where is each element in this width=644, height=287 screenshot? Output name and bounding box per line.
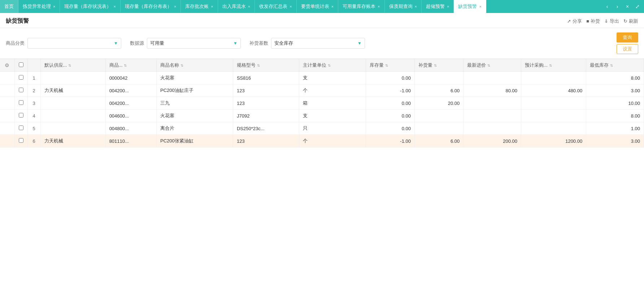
nav-tab-stock2[interactable]: 现存量（库存分布表） × <box>121 0 181 13</box>
close-icon[interactable]: × <box>248 4 250 9</box>
replenish-qty-header[interactable]: 补货量 ⇅ <box>414 59 463 72</box>
row-checkbox[interactable] <box>19 138 23 143</box>
checkbox-cell[interactable] <box>14 110 27 122</box>
sort-icon: ⇅ <box>487 63 490 67</box>
category-label: 商品分类 <box>6 40 25 47</box>
table-row[interactable]: 1 0000042 火花塞 SS816 支 0.00 8.00 <box>0 72 644 84</box>
replenish-qty-cell <box>414 72 463 84</box>
min-stock-cell: 8.00 <box>586 110 644 122</box>
unit-cell: 个 <box>299 84 366 97</box>
spec-cell: J7092 <box>233 110 299 122</box>
product-name-cell: 三九 <box>157 97 233 110</box>
row-number-cell: 3 <box>27 97 40 110</box>
nav-expand-button[interactable]: ⤢ <box>632 1 643 12</box>
table-container: ⚙ 默认供应... ⇅ 商品... <box>0 59 644 147</box>
product-code-cell: 004600... <box>105 110 156 122</box>
nav-tab-shortage[interactable]: 缺货预警 × <box>454 0 486 13</box>
table-header-row: ⚙ 默认供应... ⇅ 商品... <box>0 59 644 72</box>
supplier-cell: 力天机械 <box>40 135 105 147</box>
estimated-purchase-header[interactable]: 预计采购... ⇅ <box>521 59 586 72</box>
chevron-down-icon: ▼ <box>233 41 238 46</box>
nav-next-button[interactable]: › <box>612 1 622 12</box>
filter-bar: 商品分类 ▼ 数据源 可用量 ▼ 补货基数 安全库存 ▼ 查询 设置 <box>0 28 644 59</box>
checkbox-cell[interactable] <box>14 122 27 135</box>
stock-qty-cell: -1.00 <box>366 135 414 147</box>
sort-icon: ⇅ <box>610 63 613 67</box>
row-checkbox[interactable] <box>19 100 23 105</box>
gear-column-header[interactable]: ⚙ <box>0 59 14 72</box>
nav-tab-stock1[interactable]: 现存量（库存状况表） × <box>60 0 120 13</box>
replenish-button[interactable]: ■ 补货 <box>586 18 600 25</box>
nav-tab-expiry[interactable]: 保质期查询 × <box>385 0 422 13</box>
product-code-header[interactable]: 商品... ⇅ <box>105 59 156 72</box>
nav-tab-flow[interactable]: 出入库流水 × <box>218 0 255 13</box>
stock-qty-header[interactable]: 库存量 ⇅ <box>366 59 414 72</box>
replenish-base-select[interactable]: 安全库存 ▼ <box>271 38 365 49</box>
nav-tab-overstock[interactable]: 超储预警 × <box>422 0 454 13</box>
nav-prev-button[interactable]: ‹ <box>602 1 612 12</box>
category-select[interactable]: ▼ <box>27 38 121 49</box>
table-row[interactable]: 3 004200... 三九 123 箱 0.00 20.00 10.00 <box>0 97 644 110</box>
checkbox-cell[interactable] <box>14 135 27 147</box>
settings-button[interactable]: 设置 <box>617 44 638 54</box>
close-icon[interactable]: × <box>331 4 334 9</box>
nav-tab-picking[interactable]: 拣货异常处理 × <box>18 0 60 13</box>
checkbox-cell[interactable] <box>14 84 27 97</box>
row-checkbox[interactable] <box>19 125 23 130</box>
table-row[interactable]: 2 力天机械 004200... PC200油缸庄子 123 个 -1.00 6… <box>0 84 644 97</box>
nav-tab-available[interactable]: 可用量库存账本 × <box>338 0 384 13</box>
supplier-header[interactable]: 默认供应... ⇅ <box>40 59 105 72</box>
product-name-cell: PC200张紧油缸 <box>157 135 233 147</box>
table-row[interactable]: 6 力天机械 801110... PC200张紧油缸 123 个 -1.00 6… <box>0 135 644 147</box>
table-row[interactable]: 5 004800... 离合片 DS250*23c... 只 0.00 1.00 <box>0 122 644 135</box>
checkbox-column-header[interactable] <box>14 59 27 72</box>
refresh-button[interactable]: ↻ 刷新 <box>623 18 638 25</box>
datasource-select[interactable]: 可用量 ▼ <box>147 38 241 49</box>
stock-qty-cell: -1.00 <box>366 84 414 97</box>
refresh-icon: ↻ <box>623 18 627 24</box>
min-stock-header[interactable]: 最低库存 ⇅ <box>586 59 644 72</box>
checkbox-cell[interactable] <box>14 97 27 110</box>
nav-tab-summary[interactable]: 收发存汇总表 × <box>255 0 296 13</box>
checkbox-cell[interactable] <box>14 72 27 84</box>
row-checkbox[interactable] <box>19 88 23 92</box>
replenish-icon: ■ <box>586 18 589 24</box>
share-icon: ➚ <box>567 18 571 24</box>
unit-cell: 只 <box>299 122 366 135</box>
gear-icon[interactable]: ⚙ <box>5 62 9 68</box>
close-icon[interactable]: × <box>447 4 449 9</box>
close-icon[interactable]: × <box>479 4 481 9</box>
gear-cell <box>0 72 14 84</box>
close-icon[interactable]: × <box>415 4 417 9</box>
close-icon[interactable]: × <box>211 4 213 9</box>
close-icon[interactable]: × <box>53 4 55 9</box>
select-all-checkbox[interactable] <box>19 62 23 67</box>
query-button[interactable]: 查询 <box>617 32 638 43</box>
share-button[interactable]: ➚ 分享 <box>567 18 582 25</box>
row-num-header <box>27 59 40 72</box>
row-checkbox[interactable] <box>19 113 23 118</box>
latest-price-header[interactable]: 最新进价 ⇅ <box>464 59 521 72</box>
unit-cell: 箱 <box>299 97 366 110</box>
row-checkbox[interactable] <box>19 75 23 80</box>
nav-tab-home[interactable]: 首页 <box>0 0 18 13</box>
export-button[interactable]: ⇓ 导出 <box>604 18 619 25</box>
close-icon[interactable]: × <box>174 4 176 9</box>
spec-header[interactable]: 规格型号 ⇅ <box>233 59 299 72</box>
sort-icon: ⇅ <box>549 63 552 67</box>
nav-tab-order[interactable]: 要货单统计表 × <box>297 0 338 13</box>
product-name-header[interactable]: 商品名称 ⇅ <box>157 59 233 72</box>
estimated-purchase-cell <box>521 122 586 135</box>
close-icon[interactable]: × <box>290 4 292 9</box>
export-icon: ⇓ <box>604 18 608 24</box>
unit-header[interactable]: 主计量单位 ⇅ <box>299 59 366 72</box>
table-row[interactable]: 4 004600... 火花塞 J7092 支 0.00 8.00 <box>0 110 644 122</box>
close-icon[interactable]: × <box>378 4 380 9</box>
close-icon[interactable]: × <box>113 4 116 9</box>
nav-tab-batch[interactable]: 库存批次账 × <box>181 0 218 13</box>
min-stock-cell: 10.00 <box>586 97 644 110</box>
spec-cell: DS250*23c... <box>233 122 299 135</box>
header-actions: ➚ 分享 ■ 补货 ⇓ 导出 ↻ 刷新 <box>567 18 638 25</box>
nav-close-button[interactable]: × <box>622 1 632 12</box>
supplier-cell <box>40 122 105 135</box>
